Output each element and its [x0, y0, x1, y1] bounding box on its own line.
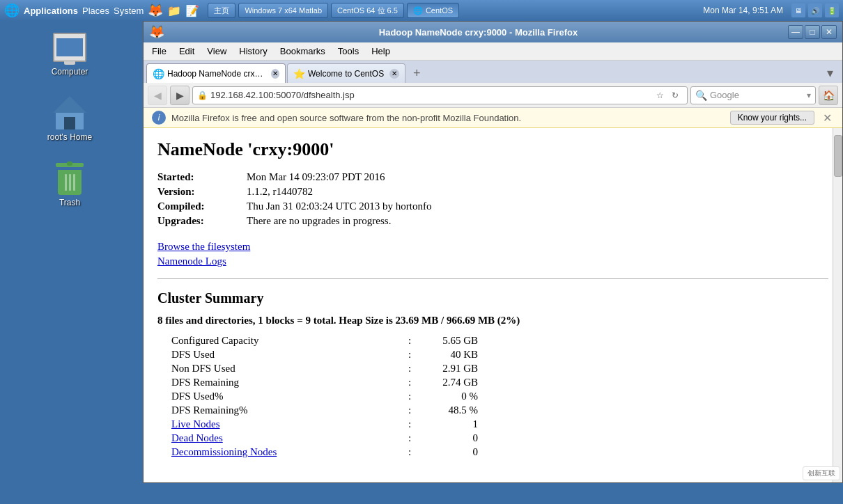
configured-capacity-label: Configured Capacity — [171, 335, 408, 347]
dfs-used-pct-label: DFS Used% — [171, 391, 408, 402]
window-controls: — □ ✕ — [788, 25, 837, 39]
info-row-compiled: Compiled: Thu Jan 31 02:03:24 UTC 2013 b… — [157, 200, 828, 212]
dead-nodes-value: 0 — [422, 432, 478, 444]
tray-icon-battery: 🔋 — [825, 3, 839, 17]
menu-help[interactable]: Help — [366, 45, 396, 58]
menu-history[interactable]: History — [233, 45, 272, 58]
desktop-icon-trash[interactable]: Trash — [42, 159, 98, 210]
tab-hadoop-label: Hadoop NameNode crxy:9000 — [167, 69, 265, 79]
back-button[interactable]: ◀ — [148, 86, 167, 105]
home-nav-button[interactable]: 🏠 — [819, 86, 838, 105]
namenode-logs-link[interactable]: Namenode Logs — [157, 255, 828, 267]
applications-menu[interactable]: Applications — [24, 6, 78, 16]
taskbar-tab-centos64[interactable]: CentOS 64 位 6.5 — [331, 3, 404, 18]
decommissioning-nodes-link[interactable]: Decommissioning Nodes — [171, 446, 277, 457]
menu-bar: File Edit View History Bookmarks Tools H… — [144, 42, 842, 61]
window-title: Hadoop NameNode crxy:9000 - Mozilla Fire… — [169, 27, 788, 38]
forward-button[interactable]: ▶ — [170, 86, 190, 105]
section-divider — [157, 278, 828, 279]
window-titlebar: 🦊 Hadoop NameNode crxy:9000 - Mozilla Fi… — [144, 22, 842, 42]
home-icon-label: root's Home — [47, 132, 92, 142]
taskbar-tab-centos[interactable]: 🌐 CentOS — [407, 3, 459, 18]
address-scheme-icon: 🔒 — [197, 90, 208, 100]
stat-row-dfs-remaining-pct: DFS Remaining% : 48.5 % — [157, 404, 828, 416]
address-input-wrap: 🔒 192.168.42.100:50070/dfshealth.jsp ☆ ↻ — [192, 86, 688, 104]
tab-hadoop[interactable]: 🌐 Hadoop NameNode crxy:9000 ✕ — [146, 63, 286, 83]
firefox-window: 🦊 Hadoop NameNode crxy:9000 - Mozilla Fi… — [143, 21, 843, 483]
tab-centos-label: Welcome to CentOS — [308, 69, 384, 79]
stat-row-live-nodes: Live Nodes : 1 — [157, 418, 828, 430]
computer-icon-label: Computer — [52, 67, 88, 77]
non-dfs-used-value: 2.91 GB — [422, 363, 478, 375]
decommissioning-nodes-value: 0 — [422, 446, 478, 458]
new-tab-button[interactable]: + — [407, 63, 426, 83]
menu-bookmarks[interactable]: Bookmarks — [274, 45, 331, 58]
system-time: Mon Mar 14, 9:51 AM — [703, 6, 783, 15]
menu-tools[interactable]: Tools — [332, 45, 364, 58]
stats-table: Configured Capacity : 5.65 GB DFS Used :… — [157, 335, 828, 458]
started-value: Mon Mar 14 09:23:07 PDT 2016 — [247, 171, 385, 183]
taskbar-tab-matlab[interactable]: Windows 7 x64 Matlab — [238, 3, 328, 18]
dfs-remaining-pct-label: DFS Remaining% — [171, 404, 408, 416]
stat-row-dfs-used: DFS Used : 40 KB — [157, 349, 828, 361]
version-label: Version: — [157, 186, 241, 198]
address-input[interactable]: 192.168.42.100:50070/dfshealth.jsp — [210, 90, 652, 100]
desktop: Computer root's Home — [0, 21, 843, 483]
taskbar-tab-home[interactable]: 主页 — [208, 3, 235, 18]
menu-edit[interactable]: Edit — [173, 45, 200, 58]
firefox-logo-icon: 🦊 — [149, 24, 164, 40]
info-table: Started: Mon Mar 14 09:23:07 PDT 2016 Ve… — [157, 171, 828, 227]
page-content: NameNode 'crxy:9000' Started: Mon Mar 14… — [144, 128, 842, 482]
search-box: 🔍 Google ▾ — [690, 86, 816, 104]
address-bar: ◀ ▶ 🔒 192.168.42.100:50070/dfshealth.jsp… — [144, 83, 842, 108]
notification-button[interactable]: Know your rights... — [730, 111, 814, 125]
dfs-remaining-label: DFS Remaining — [171, 377, 408, 388]
desktop-icon-computer[interactable]: Computer — [42, 28, 98, 79]
search-dropdown-icon[interactable]: ▾ — [807, 90, 811, 100]
stat-row-dead-nodes: Dead Nodes : 0 — [157, 432, 828, 444]
stat-row-decommissioning: Decommissioning Nodes : 0 — [157, 446, 828, 458]
upgrades-value: There are no upgrades in progress. — [247, 215, 391, 227]
system-menu[interactable]: System — [114, 6, 144, 16]
dead-nodes-link[interactable]: Dead Nodes — [171, 432, 223, 443]
tab-list-button[interactable]: ▾ — [820, 63, 840, 83]
tab-hadoop-close[interactable]: ✕ — [271, 69, 279, 79]
live-nodes-link[interactable]: Live Nodes — [171, 418, 220, 430]
desktop-icon-home[interactable]: root's Home — [42, 93, 98, 145]
stat-row-dfs-used-pct: DFS Used% : 0 % — [157, 391, 828, 402]
cluster-summary-title: Cluster Summary — [157, 290, 828, 306]
menu-file[interactable]: File — [146, 45, 172, 58]
scrollbar[interactable] — [833, 128, 842, 482]
window-maximize-button[interactable]: □ — [805, 25, 820, 39]
info-row-version: Version: 1.1.2, r1440782 — [157, 186, 828, 198]
tab-centos-welcome[interactable]: ⭐ Welcome to CentOS ✕ — [287, 63, 405, 83]
places-menu[interactable]: Places — [82, 6, 109, 16]
dfs-remaining-pct-value: 48.5 % — [422, 404, 478, 416]
info-row-upgrades: Upgrades: There are no upgrades in progr… — [157, 215, 828, 227]
trash-icon-label: Trash — [59, 198, 80, 207]
search-input[interactable]: Google — [710, 90, 739, 100]
tab-centos-close[interactable]: ✕ — [389, 69, 399, 79]
menu-view[interactable]: View — [201, 45, 232, 58]
non-dfs-used-label: Non DFS Used — [171, 363, 408, 375]
upgrades-label: Upgrades: — [157, 215, 241, 227]
browse-filesystem-link[interactable]: Browse the filesystem — [157, 241, 828, 253]
scrollbar-thumb[interactable] — [834, 135, 842, 177]
window-close-button[interactable]: ✕ — [821, 25, 837, 39]
dfs-used-label: DFS Used — [171, 349, 408, 361]
notification-bar: i Mozilla Firefox is free and open sourc… — [144, 108, 842, 128]
stat-row-configured-capacity: Configured Capacity : 5.65 GB — [157, 335, 828, 347]
live-nodes-value: 1 — [422, 418, 478, 430]
dfs-remaining-value: 2.74 GB — [422, 377, 478, 388]
dfs-used-value: 40 KB — [422, 349, 478, 361]
notification-close-button[interactable]: ✕ — [820, 111, 834, 125]
tray-icon-network: 🖥 — [791, 3, 805, 17]
tray-icon-sound: 🔊 — [808, 3, 822, 17]
page-content-wrapper: NameNode 'crxy:9000' Started: Mon Mar 14… — [144, 128, 842, 482]
version-value: 1.1.2, r1440782 — [247, 186, 313, 198]
window-minimize-button[interactable]: — — [788, 25, 803, 39]
bookmark-star-icon[interactable]: ☆ — [652, 88, 667, 103]
stat-row-non-dfs: Non DFS Used : 2.91 GB — [157, 363, 828, 375]
reload-button[interactable]: ↻ — [667, 88, 683, 103]
started-label: Started: — [157, 171, 241, 183]
